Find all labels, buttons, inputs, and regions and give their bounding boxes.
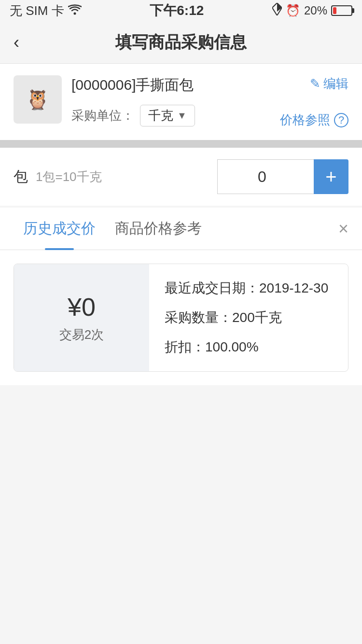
price-ref-help-icon: ? [334, 113, 348, 127]
tab-history-price[interactable]: 历史成交价 [14, 208, 105, 250]
tab-content: ¥0 交易2次 最近成交日期：2019-12-30 采购数量：200千克 折扣：… [0, 250, 362, 385]
edit-button[interactable]: ✎ 编辑 [310, 75, 348, 92]
quantity-plus-button[interactable]: + [314, 159, 348, 194]
unit-select-button[interactable]: 千克 ▼ [140, 105, 195, 126]
price-card-right: 最近成交日期：2019-12-30 采购数量：200千克 折扣：100.00% [149, 264, 348, 371]
trade-times: 交易2次 [59, 326, 104, 343]
date-value: 2019-12-30 [259, 280, 328, 295]
page-title: 填写商品采购信息 [115, 31, 247, 54]
alarm-icon: ⏰ [286, 4, 300, 17]
tab-product-price-ref-label: 商品价格参考 [115, 219, 202, 238]
section-divider [0, 140, 362, 148]
svg-point-0 [73, 12, 76, 14]
product-name: [0000006]手撕面包 [71, 75, 195, 95]
tabs-header: 历史成交价 商品价格参考 × [0, 208, 362, 250]
status-left: 无 SIM 卡 [10, 2, 82, 19]
discount-value: 100.00% [205, 339, 259, 354]
battery-icon [331, 5, 352, 16]
product-card: 🦉 [0000006]手撕面包 采购单位： 千克 ▼ ✎ 编辑 [0, 64, 362, 140]
tab-history-price-label: 历史成交价 [23, 219, 96, 238]
status-right: ⏰ 20% [272, 3, 352, 18]
product-icon: 🦉 [26, 88, 50, 111]
unit-badge: 包 [14, 167, 28, 187]
unit-conversion: 1包=10千克 [36, 168, 102, 185]
history-price-card: ¥0 交易2次 最近成交日期：2019-12-30 采购数量：200千克 折扣：… [14, 264, 348, 372]
unit-value: 千克 [148, 107, 173, 124]
date-label: 最近成交日期： [165, 280, 259, 295]
status-bar: 无 SIM 卡 下午6:12 ⏰ 20% [0, 0, 362, 21]
quantity-controls: + [217, 159, 348, 194]
qty-label: 采购数量： [165, 310, 232, 325]
qty-value: 200千克 [232, 310, 282, 325]
carrier-label: 无 SIM 卡 [10, 2, 64, 19]
page-header: ‹ 填写商品采购信息 [0, 21, 362, 64]
unit-label: 采购单位： [71, 107, 134, 124]
quantity-input[interactable] [217, 159, 314, 194]
price-ref-label: 价格参照 [280, 112, 330, 128]
product-thumbnail: 🦉 [14, 75, 62, 124]
price-display: ¥0 [68, 293, 96, 322]
price-qty-row: 采购数量：200千克 [165, 307, 333, 329]
unit-info: 包 1包=10千克 [14, 167, 102, 187]
tab-product-price-ref[interactable]: 商品价格参考 [105, 208, 211, 250]
price-card-left: ¥0 交易2次 [14, 264, 149, 371]
status-time: 下午6:12 [150, 1, 204, 20]
price-value: 0 [82, 293, 96, 321]
price-reference-button[interactable]: 价格参照 ? [280, 112, 348, 128]
price-currency: ¥ [68, 293, 82, 321]
price-discount-row: 折扣：100.00% [165, 336, 333, 358]
battery-percentage: 20% [304, 4, 327, 17]
edit-icon: ✎ [310, 76, 320, 91]
edit-label: 编辑 [323, 75, 348, 92]
unit-dropdown-arrow: ▼ [177, 110, 187, 121]
tabs-section: 历史成交价 商品价格参考 × ¥0 交易2次 最近成交日期：2019-12-30… [0, 208, 362, 385]
quantity-row: 包 1包=10千克 + [0, 148, 362, 206]
wifi-icon [68, 3, 82, 18]
tabs-close-button[interactable]: × [338, 219, 348, 239]
unit-row: 采购单位： 千克 ▼ [71, 105, 195, 126]
tabs-list: 历史成交价 商品价格参考 [14, 208, 211, 250]
price-date-row: 最近成交日期：2019-12-30 [165, 278, 333, 299]
location-icon [272, 3, 282, 18]
back-button[interactable]: ‹ [14, 32, 19, 53]
discount-label: 折扣： [165, 339, 205, 354]
